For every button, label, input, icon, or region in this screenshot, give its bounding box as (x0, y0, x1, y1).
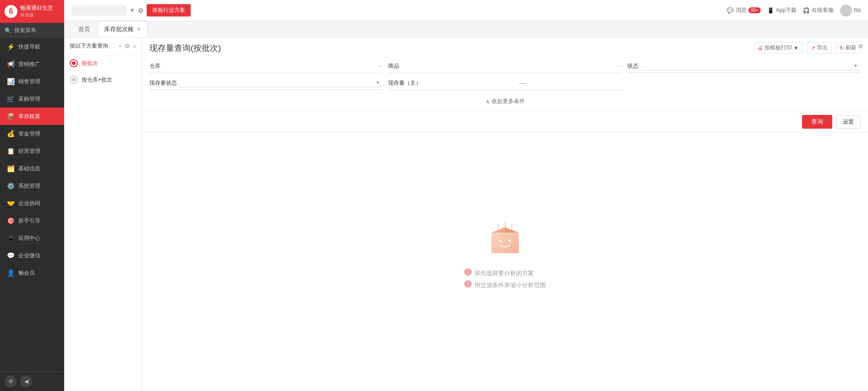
settings-button[interactable]: 设置 (836, 115, 861, 129)
refresh-btn[interactable]: ↻ 刷新 (835, 42, 861, 54)
warehouse-dots[interactable]: ··· (378, 62, 383, 70)
wechat-icon: 💬 (6, 251, 15, 260)
scheme-item-by-batch[interactable]: 按批次 (64, 55, 142, 71)
sidebar-item-system[interactable]: ⚙️ 系统管理 (0, 177, 64, 195)
empty-illustration (482, 214, 528, 260)
guide-icon: 🎯 (6, 217, 15, 225)
content-area: 按以下方案查询 + ⚙ « 按批次 按仓库+批次 现存量查询(按批次) (64, 38, 868, 391)
add-scheme-icon[interactable]: + (118, 43, 122, 49)
tab-inventory-batch[interactable]: 库存批次账 ✕ (97, 21, 148, 37)
sidebar-item-app-center[interactable]: 📱 应用中心 (0, 229, 64, 247)
sidebar-item-label: 企业协同 (18, 200, 40, 207)
sidebar-item-member[interactable]: 👤 畅会员 (0, 264, 64, 282)
app-info: 畅康通好生意 标准版 (20, 5, 53, 18)
page-title: 现存量查询(按批次) (149, 43, 221, 54)
svg-point-3 (499, 239, 502, 242)
scheme-label: 按仓库+批次 (82, 76, 112, 84)
operation-icon: 📋 (6, 147, 15, 155)
export-btn[interactable]: ↗ 导出 (807, 42, 832, 54)
stock-status-label: 现存量状态 (149, 79, 177, 87)
user-avatar-btn[interactable]: Rit (840, 5, 861, 16)
empty-tip-1: 1 请先选择要分析的方案 (464, 267, 546, 279)
sidebar-item-purchase[interactable]: 🛒 采购管理 (0, 90, 64, 108)
sidebar-item-label: 销售管理 (18, 78, 40, 86)
stock-qty-from[interactable] (423, 78, 516, 88)
query-button[interactable]: 查询 (802, 115, 832, 129)
product-filter: 商品 ··· (388, 61, 621, 73)
app-download-btn[interactable]: 📱 App下载 (767, 6, 797, 14)
left-panel-title: 按以下方案查询 (70, 42, 108, 50)
app-subtitle: 标准版 (20, 12, 53, 18)
sidebar-item-label: 营销推广 (18, 60, 40, 68)
sidebar-item-label: 经营管理 (18, 147, 40, 155)
status-select[interactable]: ▼ (640, 61, 861, 71)
member-icon: 👤 (6, 269, 15, 277)
tab-close-icon[interactable]: ✕ (137, 27, 141, 33)
message-btn[interactable]: 💬 消息 99+ (727, 6, 761, 14)
message-badge: 99+ (748, 7, 761, 13)
empty-tip-2: 2 用过滤条件来缩小分析范围 (464, 279, 546, 291)
sidebar-item-wechat[interactable]: 💬 企业微信 (0, 247, 64, 264)
topbar-dropdown-arrow[interactable]: ▼ (129, 7, 135, 14)
sidebar-item-label: 畅会员 (18, 269, 35, 277)
experience-btn[interactable]: 体验行业方案 (147, 4, 191, 16)
online-service-btn[interactable]: 🎧 在线客服 (803, 6, 834, 14)
print-icon: 🖨 (758, 45, 763, 51)
collapse-icon: ◀ (24, 378, 28, 385)
sidebar-item-label: 基础信息 (18, 165, 40, 173)
topbar-gear-icon[interactable]: ⚙ (138, 7, 144, 14)
tab-inventory-batch-label: 库存批次账 (104, 25, 134, 33)
left-panel: 按以下方案查询 + ⚙ « 按批次 按仓库+批次 (64, 38, 142, 391)
sidebar-item-basic[interactable]: 🗂️ 基础信息 (0, 160, 64, 177)
sidebar-collapse-btn[interactable]: ◀ (20, 375, 32, 387)
warehouse-input[interactable] (162, 61, 376, 71)
collapse-panel-icon[interactable]: « (133, 43, 136, 49)
stock-status-select[interactable]: ▼ (179, 78, 383, 87)
user-avatar (840, 5, 852, 16)
filter-row-2: 现存量状态 ▼ 现存量（主） — (149, 78, 861, 90)
message-icon: 💬 (727, 7, 734, 14)
scheme-settings-icon[interactable]: ⚙ (125, 43, 130, 49)
collapse-filter-icon: ∧ (486, 98, 490, 105)
app-center-icon: 📱 (6, 234, 15, 242)
print-dropdown-icon: ▼ (793, 45, 799, 51)
scheme-active-indicator (70, 59, 78, 67)
purchase-icon: 🛒 (6, 95, 15, 103)
product-dots[interactable]: ··· (616, 62, 622, 70)
search-menu[interactable]: 🔍 搜索菜单 (0, 23, 64, 38)
svg-point-4 (508, 239, 511, 242)
product-input[interactable] (401, 61, 615, 71)
topbar-left: ▼ ⚙ 体验行业方案 (71, 4, 722, 16)
app-download-label: App下载 (776, 6, 797, 14)
stock-status-filter: 现存量状态 ▼ (149, 78, 383, 90)
sidebar-item-enterprise[interactable]: 🤝 企业协同 (0, 195, 64, 212)
export-icon: ↗ (811, 45, 815, 51)
sidebar-item-guide[interactable]: 🎯 新手引导 (0, 212, 64, 229)
sidebar-item-quick-nav[interactable]: ⚡ 快捷导航 (0, 38, 64, 55)
print-btn[interactable]: 🖨 按模板打印 ▼ (753, 42, 803, 54)
content-close-btn[interactable]: ✕ (857, 42, 863, 51)
sidebar-item-finance[interactable]: 💰 资金管理 (0, 125, 64, 142)
topbar-search-input[interactable] (71, 5, 126, 16)
basic-icon: 🗂️ (6, 164, 15, 173)
tab-home[interactable]: 首页 (71, 21, 97, 37)
sidebar-item-label: 库存核算 (18, 113, 40, 120)
tip2-num: 2 (464, 280, 472, 288)
refresh-label: 刷新 (846, 44, 857, 52)
print-label: 按模板打印 (764, 44, 792, 52)
sidebar-item-marketing[interactable]: 📢 营销推广 (0, 55, 64, 73)
search-label: 搜索菜单 (14, 27, 36, 34)
sidebar-item-inventory[interactable]: 📦 库存核算 (0, 108, 64, 125)
sidebar-item-sales[interactable]: 📊 销售管理 (0, 73, 64, 90)
tabbar: 首页 库存批次账 ✕ (64, 21, 868, 38)
stock-qty-to[interactable] (528, 78, 622, 88)
collapse-filter-label: 收起更多条件 (492, 98, 525, 105)
scheme-item-by-warehouse-batch[interactable]: 按仓库+批次 (64, 71, 142, 88)
sidebar-footer: ⚙ ◀ (0, 371, 64, 391)
stock-qty-filter: 现存量（主） — (388, 78, 621, 90)
sidebar-item-label: 新手引导 (18, 217, 40, 225)
sidebar-item-operation[interactable]: 📋 经营管理 (0, 142, 64, 160)
product-label: 商品 (388, 62, 399, 70)
sidebar-settings-btn[interactable]: ⚙ (5, 375, 16, 387)
collapse-filter-btn[interactable]: ∧ 收起更多条件 (149, 95, 861, 106)
